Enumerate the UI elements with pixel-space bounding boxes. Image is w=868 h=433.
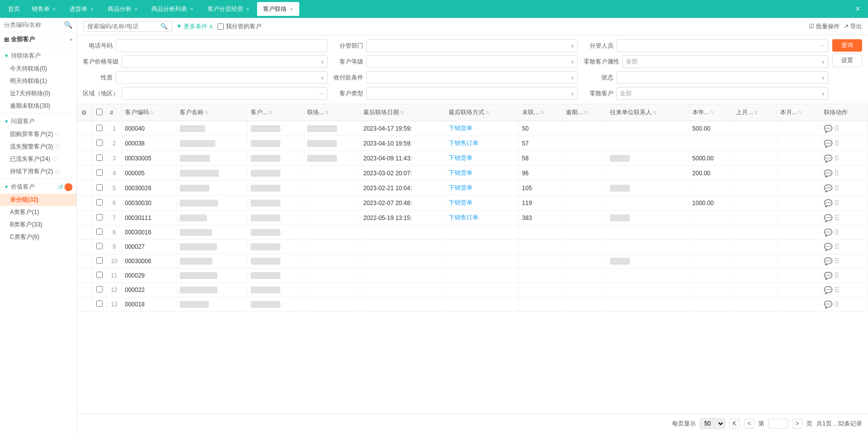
th-overdue[interactable]: 逾期... <box>563 104 606 121</box>
td-checkbox[interactable] <box>92 121 107 136</box>
sidebar-item-overdue[interactable]: 逾期未联络(30) <box>0 100 76 112</box>
td-last-contact-method[interactable]: 下销货单 <box>446 166 519 181</box>
contact-phone-icon[interactable]: 💬 <box>824 272 832 280</box>
row-checkbox[interactable] <box>96 184 103 191</box>
contact-phone-icon[interactable]: 💬 <box>824 199 832 207</box>
export-btn[interactable]: ↗ 导出 <box>844 22 862 31</box>
td-checkbox[interactable] <box>92 254 107 269</box>
prev-page-btn[interactable]: < <box>744 419 754 429</box>
row-checkbox[interactable] <box>96 199 103 206</box>
sidebar-item-group-b[interactable]: B类客户(33) <box>0 218 76 231</box>
retail-customer-select[interactable]: 全部 ∨ <box>616 87 828 100</box>
contact-phone-icon[interactable]: 💬 <box>824 286 832 294</box>
contact-phone-icon[interactable]: 💬 <box>824 214 832 222</box>
td-checkbox[interactable] <box>92 136 107 151</box>
td-last-contact-method[interactable]: 下销货单 <box>446 151 519 166</box>
td-last-contact-method[interactable] <box>446 283 519 297</box>
close-product-analysis-list-tab[interactable]: × <box>190 6 193 12</box>
td-checkbox[interactable] <box>92 269 107 283</box>
more-action-icon[interactable]: ⠿ <box>834 140 839 147</box>
more-action-icon[interactable]: ⠿ <box>834 272 839 280</box>
sidebar-group-value[interactable]: ▼ 价值客户 ↺ <box>0 180 76 194</box>
td-last-contact-method[interactable] <box>446 269 519 283</box>
contact-phone-icon[interactable]: 💬 <box>824 169 832 177</box>
sidebar-collapse-btn[interactable]: « <box>69 37 72 42</box>
sidebar-item-7days[interactable]: 近7天待联络(0) <box>0 87 76 100</box>
th-last-month[interactable]: 上月... <box>733 104 777 121</box>
batch-operation-btn[interactable]: ☑ 批量操作 <box>809 22 840 31</box>
row-checkbox[interactable] <box>96 228 103 235</box>
filter-more-conditions[interactable]: ▼ 更多条件 ∧ <box>176 22 213 31</box>
contact-method-link[interactable]: 下销售订单 <box>449 214 478 221</box>
contact-phone-icon[interactable]: 💬 <box>824 140 832 147</box>
td-last-contact-method[interactable] <box>446 240 519 254</box>
close-customer-segment-tab[interactable]: × <box>246 6 249 12</box>
th-name[interactable]: 客户名称 <box>176 104 248 121</box>
dept-select[interactable]: ∨ <box>366 39 578 52</box>
th-settings[interactable]: ⚙ <box>77 104 92 121</box>
sidebar-item-today[interactable]: 今天待联络(0) <box>0 63 76 75</box>
customer-grade-select[interactable]: ∨ <box>366 55 578 68</box>
manager-input[interactable]: ··· <box>616 39 828 52</box>
contact-phone-icon[interactable]: 💬 <box>824 184 832 192</box>
th-type[interactable]: 客户... <box>248 104 304 121</box>
sidebar-search-icon[interactable]: 🔍 <box>64 21 72 29</box>
td-checkbox[interactable] <box>92 151 107 166</box>
reset-btn[interactable]: 设置 <box>832 54 862 67</box>
contact-phone-icon[interactable]: 💬 <box>824 228 832 236</box>
th-code[interactable]: 客户编码 <box>122 104 176 121</box>
customer-type-select[interactable]: ∨ <box>366 87 578 100</box>
th-checkbox[interactable] <box>92 104 107 121</box>
refresh-icon[interactable]: ↺ <box>58 184 63 191</box>
first-page-btn[interactable]: K <box>729 419 740 429</box>
sidebar-search-input[interactable] <box>4 21 62 28</box>
filter-search-input[interactable] <box>87 23 158 30</box>
gender-select[interactable]: ∨ <box>116 71 328 84</box>
contact-phone-icon[interactable]: 💬 <box>824 300 832 308</box>
sidebar-group-problem[interactable]: ▼ 问题客户 <box>0 115 76 128</box>
td-checkbox[interactable] <box>92 211 107 225</box>
td-checkbox[interactable] <box>92 166 107 181</box>
sidebar-group-pending[interactable]: ▼ 待联络客户 <box>0 49 76 63</box>
row-checkbox[interactable] <box>96 243 103 249</box>
my-customers-filter[interactable]: 我分管的客户 <box>217 22 262 31</box>
retail-attr-select[interactable]: 全部 ∨ <box>622 55 828 68</box>
more-action-icon[interactable]: ⠿ <box>834 184 839 192</box>
status-select[interactable]: ∨ <box>616 71 828 84</box>
close-purchase-tab[interactable]: × <box>90 6 93 12</box>
row-checkbox[interactable] <box>96 286 103 292</box>
next-page-btn[interactable]: > <box>792 419 802 429</box>
row-checkbox[interactable] <box>96 125 103 131</box>
sidebar-item-abnormal-purchase[interactable]: 固购异常客户(2) ⓘ <box>0 128 76 141</box>
phone-input[interactable] <box>116 39 328 52</box>
contact-method-link[interactable]: 下销货单 <box>449 125 472 132</box>
contact-phone-icon[interactable]: 💬 <box>824 125 832 133</box>
sidebar-item-group-c[interactable]: C类客户(6) <box>0 231 76 243</box>
td-checkbox[interactable] <box>92 196 107 211</box>
th-contact[interactable]: 联络... <box>304 104 360 121</box>
sidebar-all-customers[interactable]: ⊞ 全部客户 « <box>0 32 76 47</box>
more-action-icon[interactable]: ⠿ <box>834 214 839 222</box>
close-sales-tab[interactable]: × <box>53 6 56 12</box>
td-last-contact-method[interactable]: 下销货单 <box>446 121 519 136</box>
sidebar-item-lost[interactable]: 已流失客户(24) ⓘ <box>0 153 76 165</box>
th-this-year[interactable]: 本年... <box>689 104 733 121</box>
row-checkbox[interactable] <box>96 272 103 278</box>
contact-phone-icon[interactable]: 💬 <box>824 257 832 265</box>
sidebar-item-ungraded[interactable]: 未分组(32) <box>0 194 76 206</box>
row-checkbox[interactable] <box>96 214 103 220</box>
close-customer-contact-tab[interactable]: × <box>290 6 293 12</box>
nav-tab-customer-segment[interactable]: 客户分层经营 × <box>201 2 255 16</box>
close-product-analysis-tab[interactable]: × <box>134 6 137 12</box>
more-action-icon[interactable]: ⠿ <box>834 300 839 308</box>
close-all-tabs-btn[interactable]: × <box>852 2 864 15</box>
td-last-contact-method[interactable]: 下销售订单 <box>446 211 519 225</box>
contact-method-link[interactable]: 下销货单 <box>449 169 472 176</box>
row-checkbox[interactable] <box>96 300 103 307</box>
sidebar-item-tomorrow[interactable]: 明天待联络(1) <box>0 75 76 87</box>
td-last-contact-method[interactable] <box>446 297 519 312</box>
th-last-contact-method[interactable]: 最后联络方式 <box>446 104 519 121</box>
row-checkbox[interactable] <box>96 140 103 146</box>
td-checkbox[interactable] <box>92 297 107 312</box>
td-last-contact-method[interactable] <box>446 254 519 269</box>
